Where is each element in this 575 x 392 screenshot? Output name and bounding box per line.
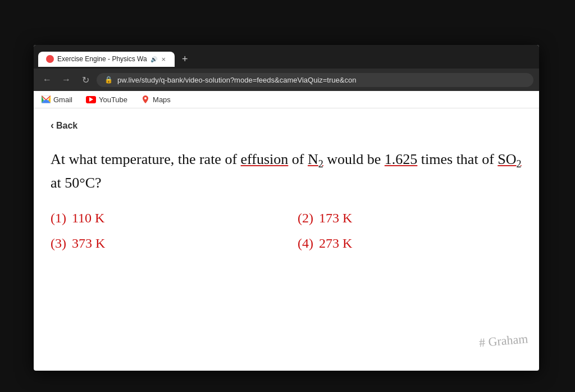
bookmark-maps[interactable]: Maps [139, 94, 173, 105]
url-bar[interactable]: 🔒 pw.live/study/q-bank/video-solution?mo… [97, 73, 533, 87]
option-2-val: 173 K [319, 211, 352, 226]
page-content: ‹ Back At what temperature, the rate of … [34, 108, 539, 268]
effusion-word: effusion [241, 151, 289, 167]
new-tab-button[interactable]: + [177, 51, 193, 67]
bookmark-youtube[interactable]: YouTube [84, 94, 130, 105]
rate-value: 1.625 [385, 151, 418, 167]
audio-icon: 🔊 [150, 56, 157, 62]
nav-bar: ← → ↻ 🔒 pw.live/study/q-bank/video-solut… [34, 69, 539, 91]
tab-title: Exercise Engine - Physics Wa [57, 55, 147, 63]
youtube-label: YouTube [99, 95, 127, 104]
option-3-num: (3) [51, 236, 66, 251]
tab-favicon [46, 55, 54, 63]
forward-button[interactable]: → [58, 72, 74, 88]
gmail-label: Gmail [53, 95, 72, 104]
back-button[interactable]: ← [39, 72, 55, 88]
option-4-num: (4) [298, 236, 313, 251]
question-text: At what temperature, the rate of effusio… [51, 148, 522, 194]
svg-point-4 [144, 97, 147, 99]
refresh-button[interactable]: ↻ [77, 72, 93, 88]
option-2: (2) 173 K [298, 211, 522, 226]
back-label: Back [56, 121, 77, 131]
option-4-val: 273 K [319, 236, 352, 251]
tab-bar: Exercise Engine - Physics Wa 🔊 × + [34, 45, 539, 69]
bookmarks-bar: Gmail YouTube Maps [34, 91, 539, 108]
back-link[interactable]: ‹ Back [51, 120, 522, 131]
youtube-play-icon [89, 97, 93, 102]
back-chevron-icon: ‹ [51, 120, 54, 131]
option-1-val: 110 K [72, 211, 104, 226]
option-2-num: (2) [298, 211, 313, 226]
lock-icon: 🔒 [104, 76, 113, 84]
option-1: (1) 110 K [51, 211, 275, 226]
active-tab[interactable]: Exercise Engine - Physics Wa 🔊 × [38, 52, 175, 67]
option-1-num: (1) [51, 211, 66, 226]
browser-window: Exercise Engine - Physics Wa 🔊 × + ← → ↻… [34, 45, 539, 371]
so2-formula: SO2 [498, 151, 521, 167]
n2-formula: N2 [308, 151, 323, 167]
maps-icon [141, 95, 150, 104]
option-3-val: 373 K [72, 236, 105, 251]
gmail-icon [42, 95, 51, 104]
tab-close-button[interactable]: × [161, 55, 167, 63]
options-grid: (1) 110 K (2) 173 K (3) 373 K (4) 273 K [51, 211, 522, 251]
bookmark-gmail[interactable]: Gmail [39, 94, 75, 105]
option-4: (4) 273 K [298, 236, 522, 251]
youtube-icon [86, 96, 96, 103]
maps-label: Maps [153, 95, 171, 104]
url-text: pw.live/study/q-bank/video-solution?mode… [117, 76, 526, 84]
option-3: (3) 373 K [51, 236, 275, 251]
